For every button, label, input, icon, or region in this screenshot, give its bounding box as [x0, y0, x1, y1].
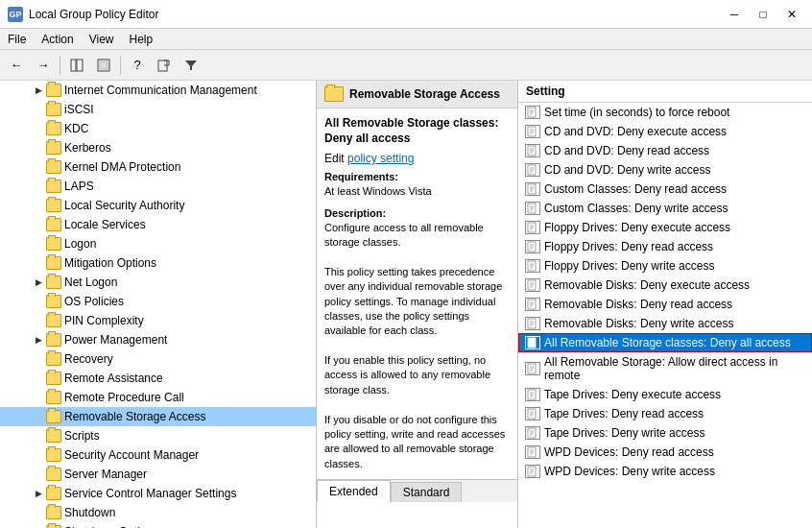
settings-item-floppy-read[interactable]: Floppy Drives: Deny read access: [518, 237, 812, 256]
tree-item-locale-services[interactable]: Locale Services: [0, 215, 316, 234]
tree-expander[interactable]: [31, 390, 46, 405]
tree-expander[interactable]: [31, 294, 46, 309]
tree-label: Mitigation Options: [64, 256, 156, 270]
tree-label: Scripts: [64, 429, 100, 443]
toolbar: ← → ?: [0, 50, 812, 81]
tree-item-removable-storage[interactable]: Removable Storage Access: [0, 407, 316, 426]
tree-item-logon[interactable]: Logon: [0, 234, 316, 253]
tree-expander[interactable]: [31, 236, 46, 252]
tree-expander[interactable]: [31, 371, 46, 386]
settings-item-custom-read[interactable]: Custom Classes: Deny read access: [518, 180, 812, 199]
window-title: Local Group Policy Editor: [29, 8, 716, 21]
tree-expander[interactable]: ▶: [31, 332, 46, 348]
tree-item-server-manager[interactable]: Server Manager: [0, 465, 316, 484]
settings-item-floppy-write[interactable]: Floppy Drives: Deny write access: [518, 256, 812, 276]
tree-expander[interactable]: [31, 313, 46, 328]
tree-expander[interactable]: [31, 121, 46, 136]
tree-expander[interactable]: [31, 467, 46, 482]
tree-expander[interactable]: [31, 255, 46, 271]
tree-label: Shutdown: [64, 506, 115, 519]
maximize-button[interactable]: □: [751, 5, 776, 24]
settings-header: Setting: [518, 81, 812, 103]
tree-item-kerberos[interactable]: Kerberos: [0, 138, 316, 157]
tree-item-iscsi[interactable]: iSCSI: [0, 100, 316, 119]
settings-item-all-removable-allow[interactable]: All Removable Storage: Allow direct acce…: [518, 352, 812, 385]
settings-item-cd-dvd-read[interactable]: CD and DVD: Deny read access: [518, 141, 812, 160]
detail-edit-link[interactable]: policy setting: [347, 152, 414, 165]
tree-expander[interactable]: [31, 217, 46, 232]
tree-item-shutdown[interactable]: Shutdown: [0, 503, 316, 522]
tree-expander[interactable]: ▶: [31, 83, 46, 98]
export-button[interactable]: [152, 54, 177, 77]
tree-item-pin-complexity[interactable]: PIN Complexity: [0, 311, 316, 330]
tree-expander[interactable]: ▶: [31, 486, 46, 501]
settings-item-removable-disks-execute[interactable]: Removable Disks: Deny execute access: [518, 276, 812, 295]
tree-item-os-policies[interactable]: OS Policies: [0, 292, 316, 311]
settings-item-removable-disks-read[interactable]: Removable Disks: Deny read access: [518, 295, 812, 314]
settings-item-wpd-write[interactable]: WPD Devices: Deny write access: [518, 462, 812, 481]
tree-item-local-security[interactable]: Local Security Authority: [0, 196, 316, 215]
tree-expander[interactable]: [31, 428, 46, 444]
settings-item-label: CD and DVD: Deny write access: [544, 163, 710, 177]
settings-panel[interactable]: Setting Set time (in seconds) to force r…: [518, 81, 812, 528]
tab-standard[interactable]: Standard: [391, 482, 463, 502]
show-hide-tree-button[interactable]: [64, 54, 89, 77]
tree-item-mitigation-options[interactable]: Mitigation Options: [0, 253, 316, 273]
back-button[interactable]: ←: [4, 54, 29, 77]
tree-expander[interactable]: [31, 524, 46, 528]
settings-item-wpd-read[interactable]: WPD Devices: Deny read access: [518, 443, 812, 462]
forward-button[interactable]: →: [31, 54, 56, 77]
tree-item-security-account-manager[interactable]: Security Account Manager: [0, 445, 316, 465]
tree-item-service-control-manager[interactable]: ▶Service Control Manager Settings: [0, 484, 316, 503]
refresh-button[interactable]: [91, 54, 116, 77]
minimize-button[interactable]: ─: [722, 5, 747, 24]
folder-icon: [46, 160, 61, 174]
settings-item-icon: [525, 317, 540, 330]
menu-file[interactable]: File: [0, 31, 34, 48]
tree-expander[interactable]: [31, 351, 46, 367]
settings-item-all-removable-deny[interactable]: All Removable Storage classes: Deny all …: [518, 333, 812, 352]
settings-item-icon: [525, 388, 540, 401]
settings-item-custom-write[interactable]: Custom Classes: Deny write access: [518, 199, 812, 218]
tree-panel[interactable]: ▶Internet Communication ManagementiSCSIK…: [0, 81, 317, 528]
tree-item-net-logon[interactable]: ▶Net Logon: [0, 273, 316, 292]
tree-item-laps[interactable]: LAPS: [0, 177, 316, 196]
tree-expander[interactable]: [31, 159, 46, 175]
settings-item-cd-dvd-write[interactable]: CD and DVD: Deny write access: [518, 160, 812, 180]
tab-extended[interactable]: Extended: [317, 480, 391, 502]
tree-item-shutdown-options[interactable]: Shutdown Options: [0, 522, 316, 528]
help-button[interactable]: ?: [125, 54, 150, 77]
tree-item-recovery[interactable]: Recovery: [0, 349, 316, 369]
close-button[interactable]: ✕: [779, 5, 804, 24]
menu-action[interactable]: Action: [34, 31, 81, 48]
settings-item-set-time[interactable]: Set time (in seconds) to force reboot: [518, 103, 812, 122]
settings-item-label: CD and DVD: Deny execute access: [544, 125, 727, 138]
tree-expander[interactable]: [31, 102, 46, 117]
settings-item-icon: [525, 259, 540, 273]
settings-item-icon: [525, 407, 540, 420]
tree-expander[interactable]: ▶: [31, 275, 46, 290]
tree-item-remote-procedure-call[interactable]: Remote Procedure Call: [0, 388, 316, 407]
tree-expander[interactable]: [31, 179, 46, 194]
settings-item-tape-execute[interactable]: Tape Drives: Deny execute access: [518, 385, 812, 404]
tree-item-scripts[interactable]: Scripts: [0, 426, 316, 445]
tree-expander[interactable]: [31, 198, 46, 213]
tree-item-kernel-dma[interactable]: Kernel DMA Protection: [0, 157, 316, 177]
tree-expander[interactable]: [31, 140, 46, 156]
settings-item-removable-disks-write[interactable]: Removable Disks: Deny write access: [518, 314, 812, 333]
folder-icon: [46, 448, 61, 462]
settings-item-cd-dvd-execute[interactable]: CD and DVD: Deny execute access: [518, 122, 812, 141]
tree-item-remote-assistance[interactable]: Remote Assistance: [0, 369, 316, 388]
tree-item-internet-comm[interactable]: ▶Internet Communication Management: [0, 81, 316, 100]
tree-expander[interactable]: [31, 447, 46, 463]
tree-item-kdc[interactable]: KDC: [0, 119, 316, 138]
tree-expander[interactable]: [31, 409, 46, 424]
settings-item-tape-read[interactable]: Tape Drives: Deny read access: [518, 404, 812, 423]
menu-view[interactable]: View: [82, 31, 122, 48]
filter-button[interactable]: [179, 54, 203, 77]
tree-item-power-management[interactable]: ▶Power Management: [0, 330, 316, 349]
tree-expander[interactable]: [31, 505, 46, 520]
menu-help[interactable]: Help: [122, 31, 161, 48]
settings-item-floppy-execute[interactable]: Floppy Drives: Deny execute access: [518, 218, 812, 237]
settings-item-tape-write[interactable]: Tape Drives: Deny write access: [518, 423, 812, 443]
